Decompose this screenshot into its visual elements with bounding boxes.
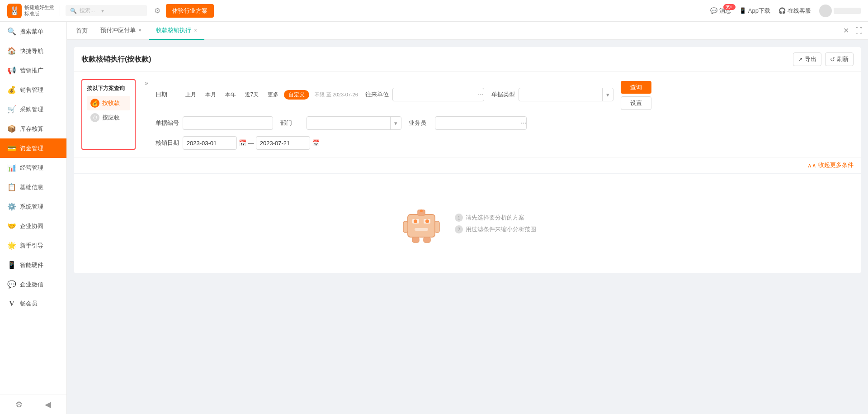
refresh-btn[interactable]: ↺ 刷新 (825, 52, 854, 66)
sidebar-item-label: 企业协同 (20, 222, 43, 230)
tab-home[interactable]: 首页 (71, 27, 93, 35)
export-btn[interactable]: ↗ 导出 (793, 52, 821, 66)
sidebar-item-label: 快捷导航 (20, 47, 43, 55)
verify-date-end-input[interactable] (256, 136, 310, 150)
search-menu-icon: 🔍 (7, 27, 16, 36)
date-tab-this-year[interactable]: 本年 (222, 90, 240, 100)
tab-bar-expand-icon[interactable]: ⛶ (854, 25, 864, 37)
tab-close-icon[interactable]: × (138, 27, 142, 33)
sidebar-item-label: 营销推广 (20, 67, 43, 75)
sidebar-item-label: 新手引导 (20, 242, 43, 250)
sidebar-bottom: ⚙ ◀ (0, 395, 66, 414)
dept-text-input[interactable] (307, 120, 390, 127)
app-download-btn[interactable]: 📱 App下载 (739, 7, 770, 15)
empty-state: 1 请先选择要分析的方案 2 用过滤条件来缩小分析范围 (74, 174, 861, 273)
svg-rect-8 (403, 221, 408, 233)
receipt-icon: 💰 (90, 99, 99, 108)
avatar (819, 5, 832, 17)
tab-bar-close-icon[interactable]: ✕ (841, 24, 851, 37)
sidebar-item-search-menu[interactable]: 🔍 搜索菜单 (0, 22, 66, 41)
svg-point-5 (425, 219, 429, 223)
message-btn[interactable]: 💬 消息 99+ (710, 7, 731, 15)
user-menu[interactable] (819, 5, 861, 17)
sidebar-settings-icon[interactable]: ⚙ (15, 400, 23, 409)
counterpart-text-input[interactable] (393, 91, 476, 98)
sidebar-collapse-icon[interactable]: ◀ (45, 400, 51, 409)
query-type-by-receivable[interactable]: ⏱ 按应收 (87, 110, 130, 125)
sidebar-item-purchase[interactable]: 🛒 采购管理 (0, 100, 66, 119)
empty-tip-2: 2 用过滤条件来缩小分析范围 (455, 225, 536, 233)
sidebar-item-hardware[interactable]: 📱 智能硬件 (0, 255, 66, 275)
sidebar-item-finance[interactable]: 💳 资金管理 (0, 138, 66, 158)
online-service-btn[interactable]: 🎧 在线客服 (778, 7, 811, 15)
wechat-icon: 💬 (7, 280, 16, 289)
counterpart-input[interactable]: ··· (392, 88, 484, 101)
tab-close-icon[interactable]: × (194, 27, 197, 33)
purchase-icon: 🛒 (7, 105, 16, 114)
sidebar-item-label: 畅会员 (20, 300, 38, 308)
sidebar-item-wechat[interactable]: 💬 企业微信 (0, 275, 66, 294)
search-placeholder-text: 搜索... (80, 7, 95, 14)
staff-select[interactable]: ··· (435, 116, 527, 130)
sidebar-item-basic-info[interactable]: 📋 基础信息 (0, 177, 66, 197)
query-type-label: 按收款 (102, 99, 120, 107)
doc-type-text-input[interactable] (519, 91, 602, 98)
sidebar-item-quick-nav[interactable]: 🏠 快捷导航 (0, 41, 66, 61)
date-tab-last7days[interactable]: 近7天 (241, 90, 263, 100)
sidebar-item-marketing[interactable]: 📢 营销推广 (0, 61, 66, 80)
industry-btn[interactable]: 体验行业方案 (166, 4, 214, 18)
enterprise-icon: 🤝 (7, 222, 16, 230)
doc-type-arrow-icon[interactable]: ▾ (602, 88, 613, 101)
dept-select[interactable]: ▾ (307, 116, 401, 130)
date-tab-more[interactable]: 更多 (264, 90, 282, 100)
sidebar-item-guide[interactable]: 🌟 新手引导 (0, 236, 66, 255)
collapse-label: 收起更多条件 (818, 161, 854, 169)
date-tab-custom[interactable]: 自定义 (284, 90, 309, 100)
verify-date-start-input[interactable] (183, 136, 237, 150)
filter-row-1: 日期 上月 本月 本年 近7天 更多 自定义 (156, 79, 854, 110)
staff-dots-icon[interactable]: ··· (520, 119, 526, 127)
sidebar-item-label: 基础信息 (20, 183, 43, 191)
sidebar-item-sales[interactable]: 💰 销售管理 (0, 80, 66, 100)
member-icon: V (7, 300, 16, 308)
sidebar-item-label: 经营管理 (20, 164, 43, 172)
sidebar-item-member[interactable]: V 畅会员 (0, 294, 66, 313)
guide-icon: 🌟 (7, 241, 16, 250)
tip-text-1: 请先选择要分析的方案 (466, 214, 524, 222)
top-bar: 🐰 畅捷通好生意 标准版 🔍 搜索... ▾ ⚙ 体验行业方案 💬 消息 99+… (0, 0, 868, 22)
top-bar-divider (60, 5, 60, 16)
sidebar-item-system[interactable]: ⚙️ 系统管理 (0, 197, 66, 216)
tab-prepay-offset[interactable]: 预付冲应付单 × (93, 22, 149, 40)
staff-text-input[interactable] (435, 120, 519, 127)
doc-no-input[interactable] (183, 116, 273, 130)
collapse-more-btn[interactable]: ∧∧ 收起更多条件 (807, 161, 854, 169)
sidebar-item-enterprise[interactable]: 🤝 企业协同 (0, 216, 66, 236)
counterpart-dots-icon[interactable]: ··· (478, 90, 484, 99)
dept-label: 部门 (280, 119, 303, 127)
hardware-icon: 📱 (7, 261, 16, 269)
calendar-end-icon[interactable]: 📅 (312, 139, 320, 147)
set-btn[interactable]: 设置 (621, 96, 651, 110)
panel-collapse-btn[interactable]: » (145, 79, 148, 86)
date-tab-last-month[interactable]: 上月 (182, 90, 200, 100)
message-badge: 99+ (723, 4, 736, 10)
query-type-by-receipt[interactable]: 💰 按收款 (87, 96, 130, 110)
sidebar-item-inventory[interactable]: 📦 库存核算 (0, 119, 66, 138)
verify-date-label: 核销日期 (156, 139, 179, 147)
settings-icon[interactable]: ⚙ (154, 6, 160, 15)
doc-type-select[interactable]: ▾ (519, 88, 613, 101)
query-btn[interactable]: 查询 (621, 81, 651, 94)
calendar-start-icon[interactable]: 📅 (239, 139, 246, 147)
top-search-area[interactable]: 🔍 搜索... ▾ (66, 5, 147, 16)
date-tab-this-month[interactable]: 本月 (202, 90, 220, 100)
top-bar-right: 💬 消息 99+ 📱 App下载 🎧 在线客服 (710, 5, 861, 17)
username-text (834, 8, 861, 14)
query-btns: 查询 设置 (621, 81, 651, 110)
sidebar: 🔍 搜索菜单 🏠 快捷导航 📢 营销推广 💰 销售管理 🛒 采购管理 📦 库存核… (0, 22, 67, 414)
tab-receipt-offset[interactable]: 收款核销执行 × (149, 22, 204, 40)
dept-arrow-icon[interactable]: ▾ (390, 117, 401, 129)
date-separator: — (248, 140, 254, 147)
inventory-icon: 📦 (7, 124, 16, 133)
sidebar-item-operations[interactable]: 📊 经营管理 (0, 158, 66, 177)
tip-num-2: 2 (455, 225, 463, 233)
